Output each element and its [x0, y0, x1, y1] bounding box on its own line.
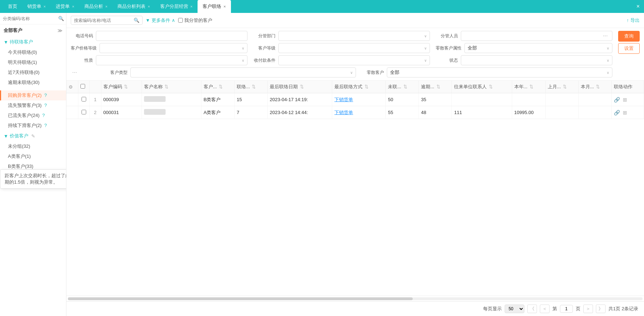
row1-checkbox[interactable] [78, 93, 89, 106]
table-settings-icon[interactable]: ⚙ [69, 84, 73, 90]
dept-select[interactable]: ∨ [278, 31, 430, 41]
declining-info-icon[interactable]: ? [44, 123, 47, 128]
close-purchase-icon[interactable]: × [72, 4, 74, 9]
payment-select[interactable]: ∨ [278, 55, 430, 65]
customer-type-select[interactable]: ∨ [130, 67, 356, 77]
col-this-month[interactable]: 本月... ⇅ [578, 81, 611, 93]
customer-grade-select[interactable]: ∨ [278, 43, 430, 53]
row4-ellipsis[interactable]: ··· [71, 69, 78, 76]
col-code[interactable]: 客户编码 ⇅ [101, 81, 142, 93]
sidebar-item-tomorrow[interactable]: 明天待联络(1) [0, 57, 66, 67]
this-year-sort-icon[interactable]: ⇅ [529, 84, 533, 89]
scrollbar-thumb[interactable] [68, 297, 413, 300]
last-page-button[interactable]: 》 [596, 305, 606, 313]
not-contact-sort-icon[interactable]: ⇅ [403, 84, 407, 89]
category-sort-icon[interactable]: ⇅ [219, 84, 223, 89]
row1-last-way-link[interactable]: 下销货单 [334, 97, 353, 102]
value-customer-edit-icon[interactable]: ✎ [31, 133, 35, 139]
lost-info-icon[interactable]: ? [42, 113, 45, 118]
sidebar-item-declining[interactable]: 持续下滑客户(2) ? [0, 121, 66, 131]
nav-product-analysis[interactable]: 商品分析 × [79, 0, 112, 13]
sidebar-item-anomaly[interactable]: 回购异常客户(2) ? [0, 90, 66, 100]
nav-customer-contact[interactable]: 客户联络 × [198, 0, 231, 13]
sidebar-item-a-class[interactable]: A类客户(1) [0, 151, 66, 161]
last-month-sort-icon[interactable]: ⇅ [563, 84, 567, 89]
code-sort-icon[interactable]: ⇅ [124, 84, 128, 89]
pending-contact-section[interactable]: ▼ 待联络客户 [0, 37, 66, 47]
col-settings[interactable]: ⚙ [66, 81, 78, 93]
overdue-sort-icon[interactable]: ⇅ [436, 84, 440, 89]
sidebar-search-icon[interactable]: 🔍 [58, 16, 64, 21]
sidebar-search-box[interactable]: 🔍 [0, 13, 66, 24]
nav-customer-segmentation[interactable]: 客户分层经营 × [155, 0, 198, 13]
settings-button[interactable]: 设置 [618, 43, 640, 54]
col-overdue[interactable]: 逾期... ⇅ [419, 81, 452, 93]
close-segmentation-icon[interactable]: × [190, 4, 193, 9]
col-contact[interactable]: 联络... ⇅ [234, 81, 267, 93]
export-button[interactable]: ↑ 导出 [627, 17, 640, 24]
value-customer-section[interactable]: ▼ 价值客户 ✎ [0, 131, 66, 141]
collapse-icon[interactable]: ≫ [57, 28, 62, 33]
main-search-icon[interactable]: 🔍 [134, 18, 139, 23]
all-customers-header[interactable]: 全部客户 ≫ [0, 24, 66, 37]
loss-warning-info-icon[interactable]: ? [44, 103, 47, 108]
last-date-sort-icon[interactable]: ⇅ [300, 84, 304, 89]
close-contact-icon[interactable]: × [223, 4, 226, 9]
window-close-button[interactable]: × [636, 3, 640, 10]
current-page-input[interactable] [560, 305, 573, 313]
row2-checkbox[interactable] [78, 106, 89, 119]
sidebar-search-input[interactable] [3, 16, 57, 21]
next-page-button[interactable]: ＞ [583, 305, 593, 313]
col-last-month[interactable]: 上月... ⇅ [545, 81, 578, 93]
row2-contact-icon[interactable]: 🔗 [614, 110, 620, 115]
main-search-box[interactable]: 🔍 [71, 16, 143, 25]
row1-select[interactable] [82, 97, 86, 102]
anomaly-info-icon[interactable]: ? [44, 93, 47, 98]
col-last-way[interactable]: 最后联络方式 ⇅ [332, 81, 386, 93]
nav-sales[interactable]: 销货单 × [22, 0, 51, 13]
nav-home[interactable]: 首页 [3, 0, 22, 13]
sidebar-item-7days[interactable]: 近7天待联络(0) [0, 67, 66, 77]
scrollbar-track[interactable] [68, 297, 643, 300]
close-sales-icon[interactable]: × [43, 4, 46, 9]
sidebar-item-ungroups[interactable]: 未分组(32) [0, 141, 66, 151]
sidebar-item-today[interactable]: 今天待联络(0) [0, 47, 66, 57]
sidebar-item-overdue[interactable]: 逾期未联络(30) [0, 77, 66, 88]
sidebar-item-loss-warning[interactable]: 流失预警客户(3) ? [0, 100, 66, 110]
prev-page-button[interactable]: ＜ [540, 305, 550, 313]
row2-last-way-link[interactable]: 下销货单 [334, 110, 353, 115]
more-conditions-button[interactable]: ▼ 更多条件 ∧ [145, 17, 175, 24]
status-select[interactable]: ∨ [461, 55, 612, 65]
col-this-year[interactable]: 本年... ⇅ [512, 81, 545, 93]
col-unit-contact[interactable]: 往来单位联系人 ⇅ [452, 81, 512, 93]
horizontal-scrollbar[interactable] [66, 296, 644, 301]
my-customer-checkbox[interactable] [178, 18, 183, 23]
this-month-sort-icon[interactable]: ⇅ [596, 84, 600, 89]
row1-last-way[interactable]: 下销货单 [332, 93, 386, 106]
col-category[interactable]: 客户... ⇅ [201, 81, 234, 93]
manager-ellipsis[interactable]: ··· [602, 33, 609, 39]
close-product-analysis-icon[interactable]: × [105, 4, 107, 9]
retail-property-select[interactable]: 全部 ∨ [464, 43, 612, 53]
nav-purchase[interactable]: 进货单 × [51, 0, 79, 13]
row2-select[interactable] [82, 110, 86, 114]
first-page-button[interactable]: 《 [527, 305, 537, 313]
name-sort-icon[interactable]: ⇅ [165, 84, 168, 89]
per-page-select[interactable]: 50 100 200 [505, 305, 524, 313]
row1-more-icon[interactable]: ⊞ [623, 97, 627, 103]
col-name[interactable]: 客户名称 ⇅ [142, 81, 201, 93]
main-search-input[interactable] [74, 18, 134, 23]
nav-product-list[interactable]: 商品分析列表 × [112, 0, 155, 13]
row2-last-way[interactable]: 下销货单 [332, 106, 386, 119]
my-customer-filter[interactable]: 我分管的客户 [178, 17, 212, 24]
col-last-date[interactable]: 最后联络日期 ⇅ [268, 81, 332, 93]
nature-select[interactable]: ∨ [96, 55, 247, 65]
contact-sort-icon[interactable]: ⇅ [252, 84, 256, 89]
retail-customer-select[interactable]: 全部 ∨ [387, 67, 612, 77]
row2-more-icon[interactable]: ⊞ [623, 110, 627, 115]
row1-contact-icon[interactable]: 🔗 [614, 97, 620, 103]
unit-contact-sort-icon[interactable]: ⇅ [489, 84, 493, 89]
col-not-contact[interactable]: 未联... ⇅ [386, 81, 419, 93]
close-product-list-icon[interactable]: × [148, 4, 150, 9]
sidebar-item-lost[interactable]: 已流失客户(24) ? [0, 110, 66, 121]
